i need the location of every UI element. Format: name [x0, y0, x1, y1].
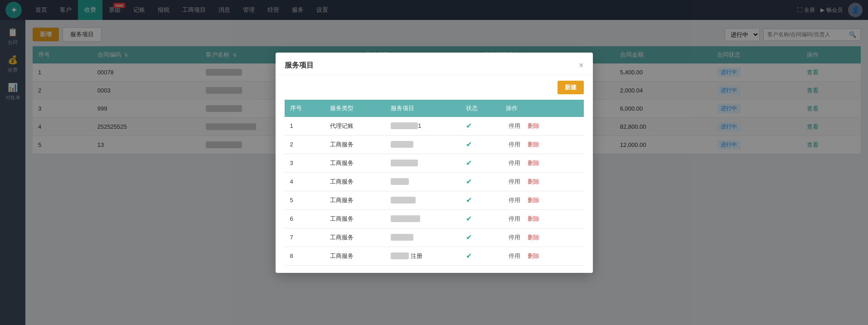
stop-button[interactable]: 停用 — [506, 177, 523, 187]
modal-cell-index: 7 — [285, 228, 325, 247]
modal-cell-item: ████ — [385, 191, 461, 209]
modal-cell-type: 工商服务 — [325, 209, 385, 228]
status-check-icon: ✔ — [466, 141, 472, 148]
delete-button[interactable]: 删除 — [525, 121, 542, 131]
delete-button[interactable]: 删除 — [525, 195, 542, 205]
status-check-icon: ✔ — [466, 196, 472, 204]
modal-col-action: 操作 — [500, 100, 583, 117]
modal-cell-type: 工商服务 — [325, 191, 385, 209]
modal-table-row: 8 工商服务 ██ 注册 ✔ 停用 删除 — [285, 247, 584, 265]
stop-button[interactable]: 停用 — [506, 233, 523, 243]
modal-cell-status: ✔ — [461, 172, 500, 191]
modal-cell-action: 停用 删除 — [500, 135, 583, 154]
stop-button[interactable]: 停用 — [506, 158, 523, 168]
stop-button[interactable]: 停用 — [506, 195, 523, 205]
modal-cell-index: 4 — [285, 172, 325, 191]
status-check-icon: ✔ — [466, 178, 472, 185]
service-items-modal: 服务项目 × 新建 序号 服务类型 服务项目 状态 操作 — [276, 53, 593, 273]
status-check-icon: ✔ — [466, 122, 472, 130]
modal-cell-action: 停用 删除 — [500, 172, 583, 191]
modal-cell-type: 工商服务 — [325, 247, 385, 265]
modal-cell-action: 停用 删除 — [500, 209, 583, 228]
modal-toolbar: 新建 — [276, 75, 593, 100]
modal-cell-index: 6 — [285, 209, 325, 228]
modal-cell-type: 工商服务 — [325, 154, 385, 172]
modal-new-button[interactable]: 新建 — [558, 81, 584, 94]
modal-cell-index: 2 — [285, 135, 325, 154]
stop-button[interactable]: 停用 — [506, 121, 523, 131]
delete-button[interactable]: 删除 — [525, 251, 542, 261]
modal-table-row: 4 工商服务 ██ ✔ 停用 删除 — [285, 172, 584, 191]
modal-cell-action: 停用 删除 — [500, 191, 583, 209]
status-check-icon: ✔ — [466, 233, 472, 241]
status-check-icon: ✔ — [466, 215, 472, 223]
modal-col-index: 序号 — [285, 100, 325, 117]
modal-col-status: 状态 — [461, 100, 500, 117]
modal-close-button[interactable]: × — [579, 61, 584, 69]
modal-cell-index: 3 — [285, 154, 325, 172]
stop-button[interactable]: 停用 — [506, 251, 523, 261]
delete-button[interactable]: 删除 — [525, 177, 542, 187]
delete-button[interactable]: 删除 — [525, 214, 542, 224]
modal-body: 序号 服务类型 服务项目 状态 操作 1 代理记账 ██1 ✔ 停用 — [276, 100, 593, 273]
modal-cell-type: 工商服务 — [325, 172, 385, 191]
stop-button[interactable]: 停用 — [506, 214, 523, 224]
service-items-table: 序号 服务类型 服务项目 状态 操作 1 代理记账 ██1 ✔ 停用 — [285, 100, 584, 266]
delete-button[interactable]: 删除 — [525, 140, 542, 150]
delete-button[interactable]: 删除 — [525, 233, 542, 243]
modal-title: 服务项目 — [285, 61, 314, 70]
modal-cell-index: 1 — [285, 117, 325, 136]
modal-cell-action: 停用 删除 — [500, 154, 583, 172]
modal-cell-action: 停用 删除 — [500, 247, 583, 265]
modal-cell-status: ✔ — [461, 247, 500, 265]
modal-cell-status: ✔ — [461, 135, 500, 154]
modal-cell-action: 停用 删除 — [500, 117, 583, 136]
status-check-icon: ✔ — [466, 159, 472, 167]
modal-cell-item: ████ — [385, 135, 461, 154]
modal-cell-index: 8 — [285, 247, 325, 265]
modal-col-item: 服务项目 — [385, 100, 461, 117]
modal-cell-item: ██1 — [385, 117, 461, 136]
modal-cell-action: 停用 删除 — [500, 228, 583, 247]
status-check-icon: ✔ — [466, 252, 472, 260]
modal-cell-status: ✔ — [461, 191, 500, 209]
modal-cell-item: ██████ — [385, 209, 461, 228]
modal-table-row: 7 工商服务 ████ ✔ 停用 删除 — [285, 228, 584, 247]
modal-cell-type: 工商服务 — [325, 135, 385, 154]
modal-cell-status: ✔ — [461, 228, 500, 247]
modal-table-row: 5 工商服务 ████ ✔ 停用 删除 — [285, 191, 584, 209]
modal-cell-item: ████ — [385, 154, 461, 172]
modal-cell-type: 代理记账 — [325, 117, 385, 136]
stop-button[interactable]: 停用 — [506, 140, 523, 150]
modal-col-type: 服务类型 — [325, 100, 385, 117]
modal-table-row: 2 工商服务 ████ ✔ 停用 删除 — [285, 135, 584, 154]
modal-table-row: 3 工商服务 ████ ✔ 停用 删除 — [285, 154, 584, 172]
modal-cell-index: 5 — [285, 191, 325, 209]
modal-cell-status: ✔ — [461, 117, 500, 136]
modal-cell-status: ✔ — [461, 209, 500, 228]
modal-table-header: 序号 服务类型 服务项目 状态 操作 — [285, 100, 584, 117]
modal-cell-item: ████ — [385, 228, 461, 247]
modal-overlay[interactable]: 服务项目 × 新建 序号 服务类型 服务项目 状态 操作 — [0, 0, 868, 325]
modal-header: 服务项目 × — [276, 53, 593, 75]
modal-table-row: 6 工商服务 ██████ ✔ 停用 删除 — [285, 209, 584, 228]
modal-table-row: 1 代理记账 ██1 ✔ 停用 删除 — [285, 117, 584, 136]
delete-button[interactable]: 删除 — [525, 158, 542, 168]
modal-cell-item: ██ — [385, 172, 461, 191]
modal-cell-item: ██ 注册 — [385, 247, 461, 265]
modal-cell-status: ✔ — [461, 154, 500, 172]
modal-cell-type: 工商服务 — [325, 228, 385, 247]
